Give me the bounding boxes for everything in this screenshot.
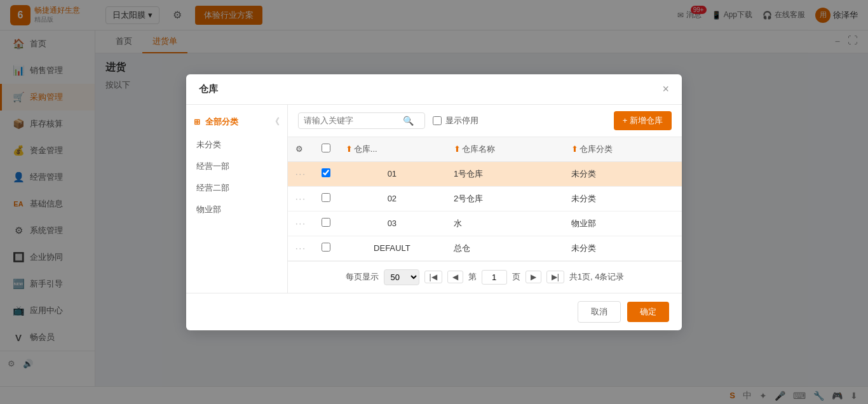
table-row[interactable]: ··· 01 1号仓库 未分类 — [288, 161, 682, 186]
page-unit: 页 — [512, 271, 520, 283]
row-dots-icon[interactable]: ··· — [295, 169, 306, 178]
table-header-row: ⚙ ⬆仓库... ⬆仓库名称 ⬆仓库分类 — [288, 137, 682, 162]
category-all-label: 全部分类 — [205, 117, 238, 126]
row-checkbox-cell — [314, 161, 338, 186]
row-number: DEFAULT — [338, 236, 446, 260]
page-label: 第 — [468, 271, 477, 283]
th-checkbox — [314, 137, 338, 162]
row-category: 未分类 — [564, 236, 682, 260]
modal-body: ⊞ 全部分类 《 未分类 经营一部 经营二部 物业部 🔍 — [186, 105, 682, 293]
category-item-unclassified[interactable]: 未分类 — [186, 134, 287, 156]
th-gear: ⚙ — [288, 137, 314, 162]
row-dots-icon[interactable]: ··· — [295, 243, 306, 253]
row-dots-icon[interactable]: ··· — [295, 219, 306, 228]
row-name: 总仓 — [446, 236, 564, 260]
warehouse-table-wrapper: ⚙ ⬆仓库... ⬆仓库名称 ⬆仓库分类 ··· 01 1号仓库 未分类 ·· — [288, 137, 682, 261]
modal-category-header: ⊞ 全部分类 《 — [186, 112, 287, 134]
row-checkbox-cell — [314, 186, 338, 211]
category-item-property[interactable]: 物业部 — [186, 199, 287, 220]
per-page-select[interactable]: 50 100 200 — [384, 269, 419, 285]
table-row[interactable]: ··· DEFAULT 总仓 未分类 — [288, 236, 682, 260]
cancel-button[interactable]: 取消 — [578, 301, 621, 323]
page-prev-button[interactable]: ◀ — [447, 271, 463, 283]
row-category: 物业部 — [564, 211, 682, 236]
page-summary: 共1页, 4条记录 — [569, 271, 625, 283]
modal-title: 仓库 — [199, 83, 218, 95]
per-page-label: 每页显示 — [346, 271, 379, 283]
row-actions[interactable]: ··· — [288, 186, 314, 211]
show-disabled-checkbox[interactable] — [433, 116, 442, 125]
select-all-checkbox[interactable] — [322, 144, 330, 152]
modal-toolbar: 🔍 显示停用 + 新增仓库 — [288, 105, 682, 137]
search-icon: 🔍 — [403, 116, 414, 126]
sidebar-collapse-button[interactable]: 《 — [271, 116, 280, 128]
modal-header: 仓库 × — [186, 74, 682, 105]
modal-category-sidebar: ⊞ 全部分类 《 未分类 经营一部 经营二部 物业部 — [186, 105, 288, 293]
table-row[interactable]: ··· 03 水 物业部 — [288, 211, 682, 236]
add-warehouse-button[interactable]: + 新增仓库 — [614, 111, 672, 130]
category-item-dept2[interactable]: 经营二部 — [186, 177, 287, 199]
row-actions[interactable]: ··· — [288, 236, 314, 260]
search-box: 🔍 — [298, 112, 425, 129]
th-name: ⬆仓库名称 — [446, 137, 564, 162]
row-category: 未分类 — [564, 186, 682, 211]
modal-pagination: 每页显示 50 100 200 |◀ ◀ 第 页 ▶ ▶| 共1页, 4条记录 — [288, 261, 682, 293]
page-next-button[interactable]: ▶ — [526, 271, 541, 283]
row-number: 01 — [338, 161, 446, 186]
row-checkbox[interactable] — [322, 168, 330, 177]
row-checkbox[interactable] — [322, 218, 330, 227]
gear-header-icon: ⚙ — [295, 144, 303, 154]
modal-main-content: 🔍 显示停用 + 新增仓库 ⚙ — [288, 105, 682, 293]
th-code: ⬆仓库... — [338, 137, 446, 162]
category-item-dept1[interactable]: 经营一部 — [186, 156, 287, 177]
row-checkbox-cell — [314, 211, 338, 236]
row-name: 水 — [446, 211, 564, 236]
show-disabled-text: 显示停用 — [445, 115, 478, 126]
warehouse-modal: 仓库 × ⊞ 全部分类 《 未分类 经营一部 经营二部 物业部 — [186, 74, 682, 330]
table-row[interactable]: ··· 02 2号仓库 未分类 — [288, 186, 682, 211]
row-category: 未分类 — [564, 161, 682, 186]
table-header: ⚙ ⬆仓库... ⬆仓库名称 ⬆仓库分类 — [288, 137, 682, 162]
th-category: ⬆仓库分类 — [564, 137, 682, 162]
modal-overlay: 仓库 × ⊞ 全部分类 《 未分类 经营一部 经营二部 物业部 — [0, 0, 868, 404]
sort-name-icon: ⬆ — [454, 144, 461, 154]
row-number: 02 — [338, 186, 446, 211]
row-actions[interactable]: ··· — [288, 161, 314, 186]
sort-category-icon: ⬆ — [571, 144, 578, 154]
page-last-button[interactable]: ▶| — [546, 271, 564, 283]
row-checkbox-cell — [314, 236, 338, 260]
row-number: 03 — [338, 211, 446, 236]
table-body: ··· 01 1号仓库 未分类 ··· 02 2号仓库 未分类 ··· 03 水… — [288, 161, 682, 260]
row-dots-icon[interactable]: ··· — [295, 194, 306, 203]
row-checkbox[interactable] — [322, 193, 330, 202]
show-disabled-label[interactable]: 显示停用 — [433, 115, 478, 126]
page-first-button[interactable]: |◀ — [424, 271, 442, 283]
category-grid-icon: ⊞ — [194, 118, 200, 126]
row-checkbox[interactable] — [322, 243, 330, 252]
modal-close-button[interactable]: × — [662, 83, 669, 95]
confirm-button[interactable]: 确定 — [627, 302, 669, 322]
modal-footer: 取消 确定 — [186, 293, 682, 330]
sort-code-icon: ⬆ — [346, 144, 353, 154]
search-input[interactable] — [304, 116, 399, 125]
row-name: 1号仓库 — [446, 161, 564, 186]
row-name: 2号仓库 — [446, 186, 564, 211]
warehouse-table: ⚙ ⬆仓库... ⬆仓库名称 ⬆仓库分类 ··· 01 1号仓库 未分类 ·· — [288, 137, 682, 261]
row-actions[interactable]: ··· — [288, 211, 314, 236]
page-number-input[interactable] — [482, 270, 507, 285]
